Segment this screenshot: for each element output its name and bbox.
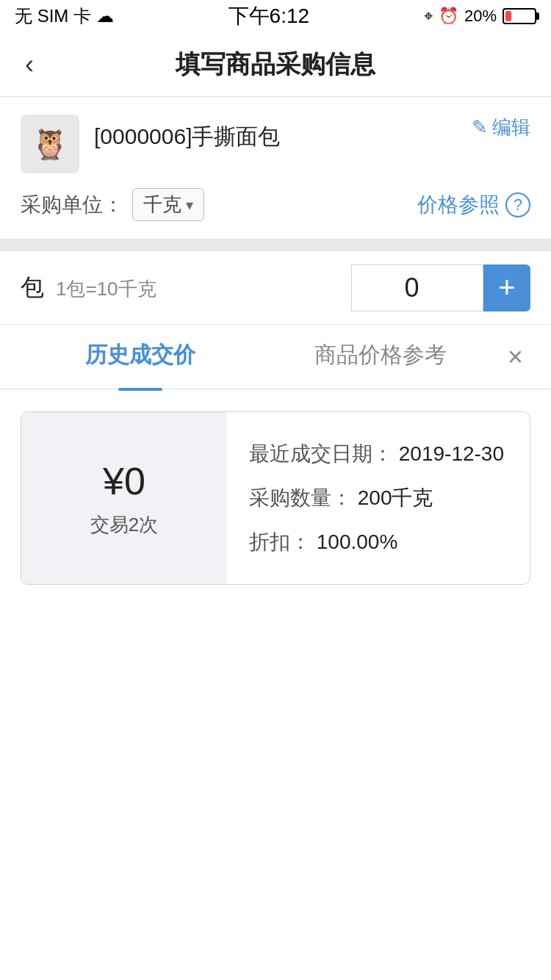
edit-icon: ✎	[472, 116, 488, 139]
recent-date-label: 最近成交日期：	[249, 442, 393, 465]
recent-date-value: 2019-12-30	[399, 442, 504, 465]
recent-date-row: 最近成交日期： 2019-12-30	[249, 439, 508, 469]
product-card: 🦉 [0000006]手撕面包 ✎ 编辑 采购单位： 千克 ▾ 价格参照 ?	[0, 97, 551, 239]
price-ref-label: 价格参照	[417, 191, 500, 219]
product-header: 🦉 [0000006]手撕面包 ✎ 编辑	[21, 115, 530, 173]
discount-row: 折扣： 100.00%	[249, 527, 508, 558]
help-icon: ?	[505, 192, 530, 217]
purchase-qty-row: 采购数量： 200千克	[249, 483, 508, 514]
tab-close-button[interactable]: ×	[500, 334, 530, 380]
page-title: 填写商品采购信息	[176, 48, 375, 82]
nav-bar: ‹ 填写商品采购信息	[0, 32, 551, 97]
network-label: 无 SIM 卡 ☁	[15, 4, 114, 28]
status-right: ⌖ ⏰ 20%	[424, 7, 536, 26]
purchase-qty-value: 200千克	[358, 486, 433, 509]
product-footer: 采购单位： 千克 ▾ 价格参照 ?	[21, 188, 530, 221]
tab-price-reference[interactable]: 商品价格参考	[260, 340, 500, 373]
edit-button[interactable]: ✎ 编辑	[472, 115, 530, 140]
gray-divider	[0, 239, 551, 251]
unit-conversion-label: 1包=10千克	[56, 276, 156, 302]
purchase-qty-label: 采购数量：	[249, 486, 352, 509]
product-name: [0000006]手撕面包	[94, 115, 280, 152]
back-button[interactable]: ‹	[18, 42, 41, 87]
owl-icon: 🦉	[32, 127, 68, 162]
price-card: ¥0 交易2次 最近成交日期： 2019-12-30 采购数量： 200千克 折…	[21, 411, 530, 585]
bottom-space	[0, 607, 551, 980]
product-thumbnail: 🦉	[21, 115, 79, 173]
unit-value: 千克	[143, 192, 181, 217]
unit-section: 采购单位： 千克 ▾	[21, 188, 204, 221]
price-reference-button[interactable]: 价格参照 ?	[417, 191, 530, 219]
edit-label: 编辑	[492, 115, 530, 140]
status-bar: 无 SIM 卡 ☁ 下午6:12 ⌖ ⏰ 20%	[0, 0, 551, 32]
status-time: 下午6:12	[228, 2, 310, 30]
price-detail-panel: 最近成交日期： 2019-12-30 采购数量： 200千克 折扣： 100.0…	[227, 412, 530, 584]
unit-prefix-label: 采购单位：	[21, 191, 123, 219]
tab-history-price[interactable]: 历史成交价	[21, 340, 260, 373]
location-icon: ⌖	[424, 7, 433, 26]
price-summary-panel: ¥0 交易2次	[21, 412, 227, 584]
dropdown-arrow-icon: ▾	[186, 196, 193, 214]
discount-label: 折扣：	[249, 530, 311, 553]
quantity-control: +	[351, 264, 530, 311]
battery-pct: 20%	[464, 7, 497, 26]
discount-value: 100.00%	[317, 530, 398, 553]
package-unit-label: 包	[21, 272, 44, 304]
trade-count: 交易2次	[90, 512, 158, 538]
quantity-row: 包 1包=10千克 +	[0, 251, 551, 325]
status-left: 无 SIM 卡 ☁	[15, 4, 114, 28]
quantity-left: 包 1包=10千克	[21, 272, 156, 304]
price-amount: ¥0	[103, 459, 145, 503]
price-content: ¥0 交易2次 最近成交日期： 2019-12-30 采购数量： 200千克 折…	[0, 389, 551, 607]
alarm-icon: ⏰	[439, 7, 458, 26]
quantity-input[interactable]	[351, 264, 483, 311]
tab-header: 历史成交价 商品价格参考 ×	[0, 325, 551, 389]
unit-selector[interactable]: 千克 ▾	[132, 188, 204, 221]
tab-section: 历史成交价 商品价格参考 × ¥0 交易2次 最近成交日期： 2019-12-3…	[0, 325, 551, 607]
product-info: 🦉 [0000006]手撕面包	[21, 115, 280, 173]
quantity-plus-button[interactable]: +	[483, 264, 530, 311]
battery-icon	[503, 8, 536, 24]
